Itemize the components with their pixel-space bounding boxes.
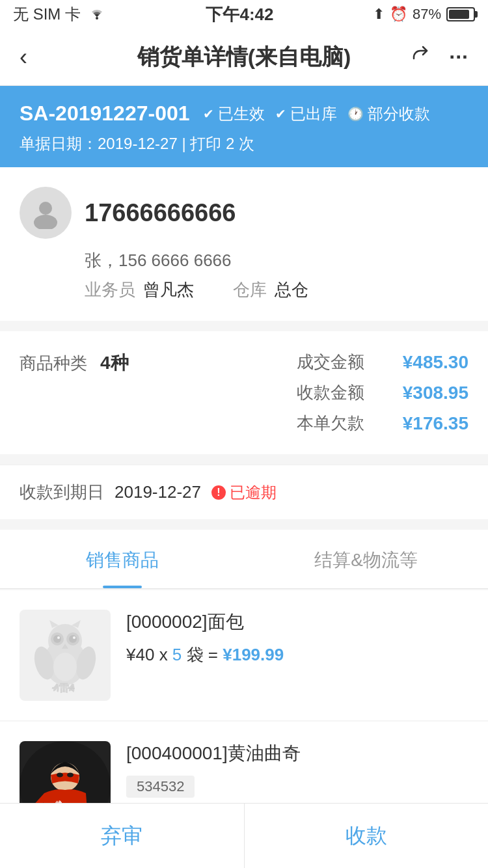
order-print-count: 打印 2 次 <box>190 135 254 152</box>
tab-settlement[interactable]: 结算&物流等 <box>244 530 488 588</box>
svg-point-20 <box>57 773 63 778</box>
product-1-unit: 袋 <box>187 645 204 664</box>
warehouse-value: 总仓 <box>275 278 308 301</box>
collect-payment-button[interactable]: 收款 <box>245 804 489 868</box>
carrier-text: 无 SIM 卡 <box>13 4 81 25</box>
svg-point-10 <box>73 636 75 639</box>
tab-settlement-label: 结算&物流等 <box>314 550 418 570</box>
cancel-review-label: 弃审 <box>101 822 142 850</box>
status-badge-shipped: ✔ 已出库 <box>275 103 337 124</box>
received-amount-label: 收款金额 <box>297 381 364 404</box>
product-1-price: ¥40 <box>126 645 154 664</box>
debt-amount-label: 本单欠款 <box>297 412 364 435</box>
time-display: 下午4:42 <box>206 3 273 26</box>
customer-extra: 业务员 曾凡杰 仓库 总仓 <box>20 278 468 301</box>
product-1-image-icon: 雷+ <box>26 616 104 694</box>
svg-point-2 <box>34 215 57 229</box>
deal-amount-label: 成交金额 <box>297 351 364 373</box>
product-types-value: 4种 <box>100 351 129 375</box>
product-info-1: [0000002]面包 ¥40 x 5 袋 = ¥199.99 <box>126 610 468 666</box>
product-sku-2: 534532 <box>126 776 195 798</box>
status-badges: ✔ 已生效 ✔ 已出库 🕐 部分收款 <box>203 103 430 124</box>
customer-top: 17666666666 <box>20 187 468 239</box>
location-icon: ⬆ <box>373 6 385 23</box>
status-active-label: 已生效 <box>218 103 265 124</box>
product-types-stat: 商品种类 4种 <box>20 351 129 375</box>
overdue-icon: ! <box>211 485 226 500</box>
stats-right: 成交金额 ¥485.30 收款金额 ¥308.95 本单欠款 ¥176.35 <box>297 351 468 435</box>
cancel-review-button[interactable]: 弃审 <box>0 804 245 868</box>
status-left: 无 SIM 卡 <box>13 4 107 25</box>
product-name-2: [000400001]黄油曲奇 <box>126 741 468 766</box>
sales-label: 业务员 <box>85 278 135 301</box>
sales-person: 业务员 曾凡杰 <box>85 278 194 301</box>
order-id: SA-20191227-001 <box>20 102 190 126</box>
collect-payment-label: 收款 <box>346 822 387 850</box>
svg-point-9 <box>57 636 60 639</box>
wifi-icon <box>87 5 107 23</box>
product-types-label: 商品种类 <box>20 352 87 375</box>
order-date: 单据日期：2019-12-27 <box>20 135 178 152</box>
order-meta-separator: | <box>182 135 190 152</box>
deal-amount-value: ¥485.30 <box>377 352 468 373</box>
overdue-badge: ! 已逾期 <box>211 482 277 503</box>
overdue-section: 收款到期日 2019-12-27 ! 已逾期 <box>0 465 488 519</box>
status-partial-label: 部分收款 <box>368 103 430 124</box>
product-1-total: ¥199.99 <box>223 645 284 664</box>
product-1-equals: = <box>208 645 223 664</box>
overdue-label: 收款到期日 <box>20 481 104 504</box>
status-right: ⬆ ⏰ 87% <box>373 6 475 23</box>
svg-point-8 <box>69 635 77 643</box>
product-image-1: 雷+ <box>20 610 111 701</box>
status-shipped-label: 已出库 <box>290 103 337 124</box>
product-name-1: [0000002]面包 <box>126 610 468 634</box>
tab-products-label: 销售商品 <box>86 550 159 570</box>
product-1-multiply: x <box>159 645 172 664</box>
clock-icon: 🕐 <box>347 106 364 122</box>
order-header-top: SA-20191227-001 ✔ 已生效 ✔ 已出库 🕐 部分收款 <box>20 102 468 126</box>
stats-row: 商品种类 4种 成交金额 ¥485.30 收款金额 ¥308.95 本单欠款 ¥… <box>20 351 468 435</box>
tabs-bar: 销售商品 结算&物流等 <box>0 530 488 589</box>
deal-amount-row: 成交金额 ¥485.30 <box>297 351 468 373</box>
stats-left: 商品种类 4种 <box>20 351 129 375</box>
svg-text:雷+: 雷+ <box>59 683 75 694</box>
nav-bar: ‹ 销货单详情(来自电脑) ··· <box>0 29 488 86</box>
share-button[interactable] <box>409 44 429 70</box>
stats-section: 商品种类 4种 成交金额 ¥485.30 收款金额 ¥308.95 本单欠款 ¥… <box>0 331 488 454</box>
more-button[interactable]: ··· <box>449 45 468 69</box>
alarm-icon: ⏰ <box>390 6 407 23</box>
customer-name: 17666666666 <box>85 199 236 227</box>
product-card-1: 雷+ [0000002]面包 ¥40 x 5 袋 = ¥199.99 <box>0 590 488 720</box>
bottom-action-bar: 弃审 收款 <box>0 803 488 868</box>
sales-value: 曾凡杰 <box>143 278 194 301</box>
customer-section: 17666666666 张，156 6666 6666 业务员 曾凡杰 仓库 总… <box>0 167 488 321</box>
debt-amount-value: ¥176.35 <box>377 413 468 434</box>
status-badge-partial: 🕐 部分收款 <box>347 103 430 124</box>
customer-avatar <box>20 187 72 239</box>
check-icon-1: ✔ <box>203 106 214 122</box>
check-icon-2: ✔ <box>275 106 286 122</box>
battery-indicator <box>446 7 475 21</box>
customer-contact: 张，156 6666 6666 <box>20 249 468 272</box>
svg-point-16 <box>53 653 77 681</box>
overdue-date: 2019-12-27 <box>115 482 201 502</box>
svg-point-1 <box>39 202 52 215</box>
status-badge-active: ✔ 已生效 <box>203 103 265 124</box>
svg-point-0 <box>96 17 98 20</box>
status-bar: 无 SIM 卡 下午4:42 ⬆ ⏰ 87% <box>0 0 488 29</box>
order-header: SA-20191227-001 ✔ 已生效 ✔ 已出库 🕐 部分收款 单据日期：… <box>0 86 488 167</box>
order-meta: 单据日期：2019-12-27 | 打印 2 次 <box>20 133 468 154</box>
warehouse-label: 仓库 <box>233 278 267 301</box>
received-amount-value: ¥308.95 <box>377 383 468 403</box>
svg-point-21 <box>67 773 74 778</box>
received-amount-row: 收款金额 ¥308.95 <box>297 381 468 404</box>
overdue-text: 已逾期 <box>230 482 277 503</box>
tab-products[interactable]: 销售商品 <box>0 530 244 588</box>
back-button[interactable]: ‹ <box>13 37 34 77</box>
page-title: 销货单详情(来自电脑) <box>137 42 351 72</box>
battery-text: 87% <box>413 6 441 23</box>
divider-1 <box>0 321 488 331</box>
product-price-1: ¥40 x 5 袋 = ¥199.99 <box>126 644 468 666</box>
svg-point-7 <box>53 635 61 643</box>
debt-amount-row: 本单欠款 ¥176.35 <box>297 412 468 435</box>
